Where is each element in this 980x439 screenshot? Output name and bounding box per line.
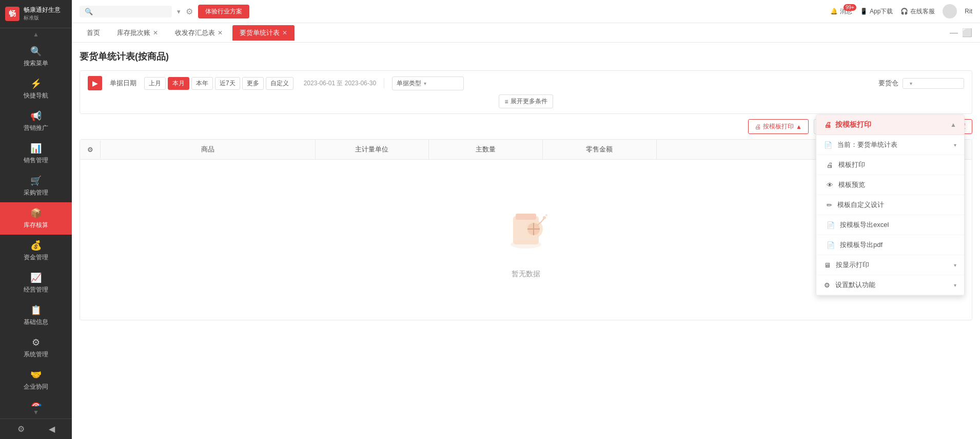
- th-unit: 主计量单位: [316, 140, 429, 159]
- template-custom-icon: ✏: [827, 201, 832, 209]
- date-btn-this-year[interactable]: 本年: [191, 77, 213, 90]
- sidebar-item-quicknav[interactable]: ⚡ 快捷导航: [0, 73, 72, 105]
- logo-icon: 畅: [5, 7, 19, 21]
- dropdown-collapse-icon[interactable]: ▲: [950, 121, 956, 128]
- sound-bottom-icon[interactable]: ◀: [49, 424, 55, 434]
- dropdown-template-preview[interactable]: 👁 模板预览: [816, 175, 964, 195]
- tab-batch-close[interactable]: ✕: [153, 29, 158, 36]
- svg-point-7: [543, 216, 546, 219]
- sidebar-item-marketing[interactable]: 📢 营销推广: [0, 105, 72, 138]
- sidebar-item-label: 经营管理: [24, 285, 48, 294]
- dropdown-current-template[interactable]: 📄 当前：要货单统计表 ▾: [816, 135, 964, 155]
- date-btn-last-month[interactable]: 上月: [144, 77, 166, 90]
- expand-more-wrapper: ≡ 展开更多条件: [88, 94, 964, 108]
- date-btn-custom[interactable]: 自定义: [266, 77, 293, 90]
- empty-illustration: [500, 201, 552, 262]
- th-amount: 零售金额: [543, 140, 657, 159]
- print-label: 按模板打印: [763, 122, 794, 131]
- sidebar-scroll-down[interactable]: ▼: [0, 406, 72, 418]
- sidebar-item-label: 库存核算: [24, 221, 48, 230]
- display-print-label: 按显示打印: [836, 260, 869, 270]
- dropdown-display-print[interactable]: 🖥 按显示打印 ▾: [816, 255, 964, 275]
- sidebar-item-label: 企业协同: [24, 383, 48, 391]
- sidebar-item-inventory[interactable]: 📦 库存核算: [0, 202, 72, 235]
- sidebar-item-label: 销售管理: [24, 156, 48, 165]
- category-chevron-icon: ▾: [910, 81, 912, 86]
- online-service-button[interactable]: 🎧 在线客服: [900, 7, 935, 16]
- tab-collection-label: 收发存汇总表: [175, 28, 215, 37]
- sidebar-item-system[interactable]: ⚙ 系统管理: [0, 332, 72, 364]
- page-content: 要货单统计表(按商品) ▶ 单据日期 上月 本月 本年 近7天 更多 自定义 2…: [72, 43, 980, 439]
- online-service-icon: 🎧: [900, 8, 908, 15]
- trial-button[interactable]: 体验行业方案: [198, 5, 249, 18]
- tab-order-stats-close[interactable]: ✕: [282, 29, 287, 36]
- date-btn-7days[interactable]: 近7天: [215, 77, 240, 90]
- sidebar-item-newguide[interactable]: 🎯 新手引导: [0, 396, 72, 406]
- date-filter-label: 单据日期: [110, 79, 136, 88]
- print-button[interactable]: 🖨 按模板打印 ▲: [748, 119, 809, 134]
- tab-batch[interactable]: 库存批次账 ✕: [110, 25, 165, 41]
- sidebar-item-operations[interactable]: 📈 经营管理: [0, 267, 72, 299]
- dropdown-current-icon: 📄: [824, 141, 832, 149]
- sidebar-item-search[interactable]: 🔍 搜索菜单: [0, 41, 72, 73]
- sidebar-item-purchase[interactable]: 🛒 采购管理: [0, 170, 72, 202]
- dropdown-default-setting[interactable]: ⚙ 设置默认功能 ▾: [816, 275, 964, 295]
- tab-order-stats-label: 要货单统计表: [240, 28, 280, 37]
- dropdown-template-export-pdf[interactable]: 📄 按模板导出pdf: [816, 235, 964, 255]
- app-download-button[interactable]: 📱 App下载: [860, 7, 893, 16]
- filter-right: 要货仓 ▾: [878, 78, 964, 89]
- date-btn-this-month[interactable]: 本月: [168, 77, 189, 90]
- operations-icon: 📈: [30, 272, 42, 283]
- display-print-chevron-icon: ▾: [954, 262, 956, 268]
- empty-text: 暂无数据: [512, 270, 540, 279]
- topbar-gear-icon[interactable]: ⚙: [186, 7, 193, 16]
- sidebar-item-finance[interactable]: 💰 资金管理: [0, 235, 72, 267]
- print-chevron-icon: ▲: [796, 123, 802, 130]
- sidebar-item-basic[interactable]: 📋 基础信息: [0, 299, 72, 332]
- dropdown-template-export-excel[interactable]: 📄 按模板导出excel: [816, 215, 964, 235]
- default-setting-label: 设置默认功能: [835, 280, 875, 290]
- search-chevron-icon[interactable]: ▾: [177, 8, 181, 15]
- expand-more-label: 展开更多条件: [511, 97, 547, 106]
- sidebar-item-label: 快捷导航: [24, 91, 48, 100]
- online-service-label: 在线客服: [910, 7, 935, 16]
- tab-maximize-icon[interactable]: ⬜: [962, 28, 972, 37]
- search-icon: 🔍: [85, 8, 93, 15]
- sidebar-item-sales[interactable]: 📊 销售管理: [0, 138, 72, 170]
- dropdown-current-label: 当前：要货单统计表: [837, 140, 897, 149]
- tab-home[interactable]: 首页: [80, 25, 107, 41]
- template-custom-label: 模板自定义设计: [837, 200, 884, 209]
- search-box[interactable]: 🔍: [80, 6, 172, 17]
- category-filter-label: 要货仓: [878, 79, 898, 88]
- dropdown-template-print[interactable]: 🖨 模板打印: [816, 155, 964, 175]
- expand-more-button[interactable]: ≡ 展开更多条件: [499, 94, 553, 108]
- sidebar-item-label: 系统管理: [24, 350, 48, 359]
- sidebar-scroll-up[interactable]: ▲: [0, 28, 72, 41]
- app-download-label: App下载: [870, 7, 893, 16]
- quicknav-icon: ⚡: [30, 78, 42, 89]
- tab-collection-close[interactable]: ✕: [218, 29, 223, 36]
- template-print-label: 模板打印: [838, 160, 865, 169]
- type-filter-select[interactable]: 单据类型 ▾: [392, 77, 464, 90]
- avatar[interactable]: [943, 4, 957, 18]
- sidebar-item-label: 资金管理: [24, 253, 48, 262]
- tab-minimize-icon[interactable]: —: [950, 28, 958, 37]
- template-export-pdf-label: 按模板导出pdf: [840, 240, 883, 250]
- sidebar-item-enterprise[interactable]: 🤝 企业协同: [0, 364, 72, 396]
- category-filter-select[interactable]: ▾: [903, 78, 964, 89]
- search-input[interactable]: [95, 8, 157, 15]
- tab-collection[interactable]: 收发存汇总表 ✕: [168, 25, 230, 41]
- dropdown-template-custom[interactable]: ✏ 模板自定义设计: [816, 195, 964, 215]
- tab-batch-label: 库存批次账: [117, 28, 150, 37]
- type-filter-label: 单据类型: [397, 79, 421, 88]
- dropdown-header-controls: ▲: [950, 121, 956, 128]
- newguide-icon: 🎯: [30, 402, 42, 406]
- username-label: Rit: [965, 8, 972, 15]
- message-button[interactable]: 🔔 消息 99+: [830, 7, 852, 16]
- settings-bottom-icon[interactable]: ⚙: [17, 424, 25, 434]
- enterprise-icon: 🤝: [30, 369, 42, 380]
- th-gear[interactable]: ⚙: [80, 141, 101, 159]
- tab-order-stats[interactable]: 要货单统计表 ✕: [232, 25, 295, 41]
- filter-expand-icon[interactable]: ▶: [88, 76, 102, 90]
- date-btn-more[interactable]: 更多: [242, 77, 264, 90]
